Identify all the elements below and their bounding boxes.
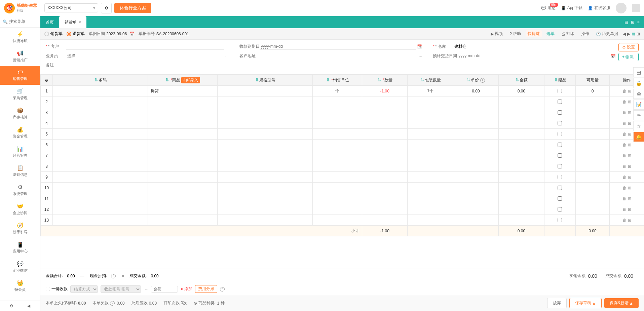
row-qty-12[interactable] bbox=[362, 204, 407, 215]
row-spec-13[interactable] bbox=[217, 215, 312, 226]
row-product-9[interactable] bbox=[148, 172, 217, 183]
row-spec-11[interactable] bbox=[217, 193, 312, 204]
row-barcode-9[interactable] bbox=[53, 172, 148, 183]
sort-barcode[interactable]: ⇅ bbox=[94, 78, 98, 82]
sidebar-item-enterprise[interactable]: 🤝 企业协同 bbox=[0, 200, 40, 219]
row-product-3[interactable] bbox=[148, 107, 217, 118]
grid-icon-1[interactable]: ▤ bbox=[632, 32, 635, 36]
row-unit-7[interactable] bbox=[312, 150, 362, 161]
row-gift-10[interactable] bbox=[544, 183, 575, 193]
row-unit-price-8[interactable] bbox=[453, 161, 498, 172]
row-unit-5[interactable] bbox=[312, 129, 362, 140]
row-qty-7[interactable] bbox=[362, 150, 407, 161]
row-unit-12[interactable] bbox=[312, 204, 362, 215]
row-unit-13[interactable] bbox=[312, 215, 362, 226]
row-unit-9[interactable] bbox=[312, 172, 362, 183]
row-unit-price-10[interactable] bbox=[453, 183, 498, 193]
float-btn-3[interactable]: ◎ bbox=[633, 89, 644, 99]
sidebar-item-wechat[interactable]: 💬 企业微信 bbox=[0, 257, 40, 276]
row-product-4[interactable] bbox=[148, 118, 217, 129]
row-product-7[interactable] bbox=[148, 150, 217, 161]
sort-amount[interactable]: ⇅ bbox=[516, 78, 519, 82]
row-pack-qty-12[interactable] bbox=[408, 204, 453, 215]
prev-icon[interactable]: ◀ bbox=[623, 32, 626, 36]
row-gift-2[interactable] bbox=[544, 96, 575, 107]
customer-dots-icon[interactable]: ··· bbox=[225, 44, 229, 49]
row-qty-11[interactable] bbox=[362, 193, 407, 204]
row-spec-2[interactable] bbox=[217, 96, 312, 107]
row-pack-qty-1[interactable]: 1个 bbox=[408, 86, 453, 96]
copy-icon-2[interactable]: ⊞ bbox=[628, 100, 631, 104]
radio-sales-order[interactable]: 销货单 bbox=[44, 31, 63, 37]
tab-home[interactable]: 首页 bbox=[40, 16, 59, 28]
operate-button[interactable]: 操作 bbox=[579, 30, 591, 37]
payment-due-input[interactable] bbox=[260, 43, 416, 50]
copy-icon-1[interactable]: ⊞ bbox=[628, 89, 631, 93]
row-gift-13[interactable] bbox=[544, 215, 575, 226]
sort-product[interactable]: ⇅ bbox=[165, 78, 169, 82]
row-pack-qty-3[interactable] bbox=[408, 107, 453, 118]
tab-layout-icon-1[interactable]: ▤ bbox=[624, 20, 628, 25]
row-barcode-10[interactable] bbox=[53, 183, 148, 193]
row-unit-4[interactable] bbox=[312, 118, 362, 129]
user-menu-icon[interactable] bbox=[632, 4, 640, 12]
row-product-11[interactable] bbox=[148, 193, 217, 204]
warehouse-dots-icon[interactable]: ··· bbox=[612, 44, 616, 49]
delete-icon-2[interactable]: 🗑 bbox=[622, 100, 627, 104]
row-spec-6[interactable] bbox=[217, 140, 312, 150]
logistics-button[interactable]: + 物流 bbox=[618, 53, 639, 61]
payment-method-select[interactable]: 结算方式 bbox=[70, 285, 98, 293]
row-spec-1[interactable] bbox=[217, 86, 312, 96]
row-qty-5[interactable] bbox=[362, 129, 407, 140]
account-select[interactable]: 收款账号 账号 bbox=[101, 285, 141, 293]
row-barcode-13[interactable] bbox=[53, 215, 148, 226]
row-pack-qty-6[interactable] bbox=[408, 140, 453, 150]
row-spec-10[interactable] bbox=[217, 183, 312, 193]
row-barcode-8[interactable] bbox=[53, 161, 148, 172]
float-btn-5[interactable]: ✏ bbox=[633, 110, 644, 120]
row-unit-3[interactable] bbox=[312, 107, 362, 118]
copy-icon-11[interactable]: ⊞ bbox=[628, 196, 631, 201]
row-pack-qty-2[interactable] bbox=[408, 96, 453, 107]
row-amount-6[interactable] bbox=[499, 140, 544, 150]
sidebar-collapse-icon[interactable]: ◀ bbox=[27, 304, 30, 308]
sidebar-item-member[interactable]: 👑 畅会员 bbox=[0, 276, 40, 296]
sidebar-item-finance[interactable]: 💰 资金管理 bbox=[0, 123, 40, 142]
account-dots-icon[interactable]: ··· bbox=[145, 287, 148, 291]
row-product-12[interactable] bbox=[148, 204, 217, 215]
sort-qty[interactable]: ⇅ bbox=[378, 78, 381, 82]
row-amount-12[interactable] bbox=[499, 204, 544, 215]
row-barcode-11[interactable] bbox=[53, 193, 148, 204]
delete-icon-13[interactable]: 🗑 bbox=[622, 218, 627, 223]
online-support-button[interactable]: 👤 在线客服 bbox=[588, 5, 610, 11]
row-amount-2[interactable] bbox=[499, 96, 544, 107]
copy-icon-5[interactable]: ⊞ bbox=[628, 132, 631, 137]
note-input[interactable] bbox=[66, 62, 616, 68]
tab-layout-icon-2[interactable]: ⊞ bbox=[631, 20, 634, 25]
next-icon[interactable]: ▶ bbox=[627, 32, 630, 36]
sidebar-item-inventory[interactable]: 📦 库存核算 bbox=[0, 104, 40, 123]
copy-icon-8[interactable]: ⊞ bbox=[628, 164, 631, 169]
row-unit-price-5[interactable] bbox=[453, 129, 498, 140]
expected-date-input[interactable] bbox=[457, 53, 609, 59]
row-gift-1[interactable] bbox=[544, 86, 575, 96]
delete-icon-6[interactable]: 🗑 bbox=[622, 143, 627, 147]
sidebar-item-basic-info[interactable]: 📋 基础信息 bbox=[0, 161, 40, 181]
row-gift-4[interactable] bbox=[544, 118, 575, 129]
row-barcode-4[interactable] bbox=[53, 118, 148, 129]
message-button[interactable]: 💬 消息 99+ bbox=[541, 5, 556, 11]
tab-close-icon[interactable]: × bbox=[79, 20, 81, 25]
row-unit-11[interactable] bbox=[312, 193, 362, 204]
row-gift-5[interactable] bbox=[544, 129, 575, 140]
row-spec-12[interactable] bbox=[217, 204, 312, 215]
delete-icon-11[interactable]: 🗑 bbox=[622, 196, 627, 201]
row-product-5[interactable] bbox=[148, 129, 217, 140]
help-button[interactable]: ? 帮助 bbox=[507, 30, 523, 37]
sidebar-item-marketing[interactable]: 📢 营销推广 bbox=[0, 47, 40, 66]
row-product-8[interactable] bbox=[148, 161, 217, 172]
avatar[interactable] bbox=[616, 3, 627, 13]
history-button[interactable]: 🕐 历史单据 bbox=[594, 30, 620, 37]
delete-icon-12[interactable]: 🗑 bbox=[622, 207, 627, 212]
delete-icon-8[interactable]: 🗑 bbox=[622, 164, 627, 169]
delete-icon-9[interactable]: 🗑 bbox=[622, 175, 627, 180]
